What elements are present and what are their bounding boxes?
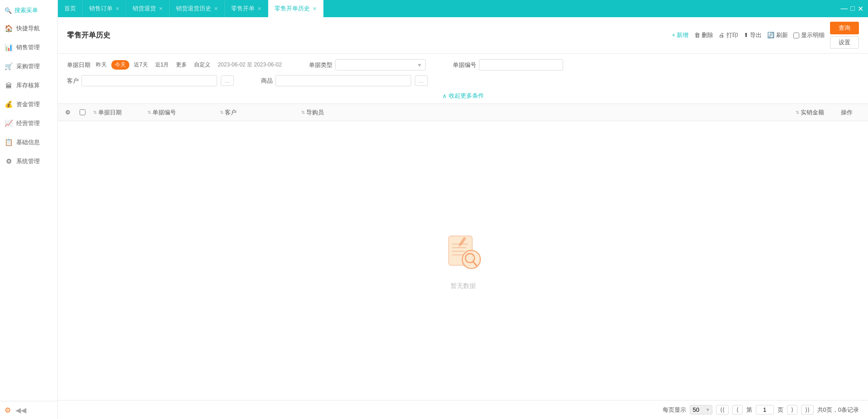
tab-label-sales-return: 销货退货	[133, 5, 156, 13]
tabs-bar: 首页销售订单✕销货退货✕销货退货历史✕零售开单✕零售开单历史✕ — □ ✕	[58, 0, 868, 17]
tab-close-sales-return-history[interactable]: ✕	[214, 6, 218, 12]
per-page-label: 每页显示	[663, 406, 686, 414]
next-page-btn[interactable]: ⟩	[787, 405, 797, 414]
display-detail-checkbox[interactable]	[793, 33, 799, 38]
query-button[interactable]: 查询	[830, 22, 859, 34]
type-label: 单据类型	[309, 61, 332, 69]
date-shortcut-more[interactable]: 更多	[173, 60, 190, 70]
th-num-label: 单据编号	[152, 108, 176, 117]
collapse-sidebar-icon[interactable]: ◀◀	[15, 406, 26, 414]
tab-close-retail-open-history[interactable]: ✕	[313, 6, 317, 12]
sidebar-item-sales-mgmt[interactable]: 📊销售管理	[0, 38, 57, 57]
sidebar-item-system[interactable]: ⚙系统管理	[0, 152, 57, 171]
customer-label: 客户	[67, 77, 79, 85]
th-action-label: 操作	[841, 108, 853, 117]
minimize-btn[interactable]: —	[840, 5, 848, 13]
goods-dots-button[interactable]: ...	[415, 75, 428, 86]
tab-close-retail-open[interactable]: ✕	[257, 6, 261, 12]
tab-label-retail-open-history: 零售开单历史	[275, 5, 310, 13]
num-input[interactable]	[479, 59, 563, 71]
sidebar-icon-finance: 💰	[5, 100, 13, 108]
tab-home[interactable]: 首页	[58, 0, 83, 17]
tab-sales-return[interactable]: 销货退货✕	[126, 0, 170, 17]
customer-input[interactable]	[81, 75, 217, 86]
sidebar-item-inventory[interactable]: 🏛库存核算	[0, 76, 57, 95]
customer-dots-button[interactable]: ...	[221, 75, 234, 86]
settings-bottom-icon[interactable]: ⚙	[5, 406, 11, 414]
page-suffix: 页	[778, 406, 783, 414]
date-range-display: 2023-06-02 至 2023-06-02	[218, 61, 281, 69]
delete-button[interactable]: 🗑 删除	[694, 31, 714, 39]
tab-sales-return-history[interactable]: 销货退货历史✕	[170, 0, 225, 17]
sidebar-nav: 🏠快捷导航📊销售管理🛒采购管理🏛库存核算💰资金管理📈经营管理📋基础信息⚙系统管理	[0, 19, 57, 401]
svg-point-5	[462, 250, 480, 268]
display-detail-label: 显示明细	[801, 31, 825, 39]
tab-retail-open-history[interactable]: 零售开单历史✕	[268, 0, 323, 17]
date-filter: 单据日期 昨天今天近7天近1月更多自定义 2023-06-02 至 2023-0…	[67, 60, 282, 70]
prev-page-btn[interactable]: ⟨	[732, 405, 743, 414]
first-page-btn[interactable]: ⟨⟨	[716, 405, 729, 414]
th-date-label: 单据日期	[98, 108, 122, 117]
close-btn[interactable]: ✕	[858, 5, 863, 13]
tab-sales-order[interactable]: 销售订单✕	[83, 0, 126, 17]
page-input[interactable]	[756, 405, 774, 414]
sidebar-icon-system: ⚙	[5, 157, 13, 165]
filter-row-1: 单据日期 昨天今天近7天近1月更多自定义 2023-06-02 至 2023-0…	[67, 59, 859, 71]
date-shortcut-last7[interactable]: 近7天	[131, 60, 151, 70]
page-title: 零售开单历史	[67, 31, 110, 40]
sort-icon-amount: ⇅	[796, 110, 799, 115]
th-guide-label: 导购员	[306, 108, 324, 117]
sort-icon-num: ⇅	[147, 110, 151, 115]
tab-label-sales-order: 销售订单	[89, 5, 113, 13]
tab-close-sales-return[interactable]: ✕	[159, 6, 163, 12]
collapse-button[interactable]: ∧ 收起更多条件	[67, 91, 859, 100]
th-customer-label: 客户	[225, 108, 237, 117]
sidebar-item-operation[interactable]: 📈经营管理	[0, 114, 57, 133]
collapse-label: 收起更多条件	[449, 92, 484, 100]
th-guide[interactable]: ⇅ 导购员	[298, 108, 352, 117]
page-header: 零售开单历史 + 新增 🗑 删除 🖨 打印 ⬆ 导出 🔄 刷新 显示明细 查询 …	[58, 17, 868, 54]
search-menu[interactable]: 🔍 搜索采单	[0, 0, 57, 19]
empty-illustration	[441, 231, 486, 277]
per-page-select[interactable]: 50 10 20 100	[690, 405, 712, 414]
date-shortcut-today[interactable]: 今天	[111, 60, 129, 70]
th-action: 操作	[837, 108, 864, 117]
tab-retail-open[interactable]: 零售开单✕	[225, 0, 268, 17]
th-config[interactable]: ⚙	[62, 109, 76, 116]
search-icon: 🔍	[5, 7, 12, 14]
th-amount-label: 实销金额	[801, 108, 824, 117]
window-controls: — □ ✕	[840, 5, 868, 13]
date-shortcut-last_month[interactable]: 近1月	[152, 60, 172, 70]
type-select[interactable]	[335, 59, 426, 71]
sidebar-item-finance[interactable]: 💰资金管理	[0, 95, 57, 114]
date-shortcut-custom[interactable]: 自定义	[191, 60, 213, 70]
sidebar-label-operation: 经营管理	[16, 119, 40, 127]
maximize-btn[interactable]: □	[850, 5, 855, 13]
sidebar-label-basic-info: 基础信息	[16, 138, 40, 146]
export-button[interactable]: ⬆ 导出	[744, 31, 762, 39]
sidebar-label-inventory: 库存核算	[16, 81, 40, 89]
sidebar-label-purchase-mgmt: 采购管理	[16, 62, 40, 71]
th-amount[interactable]: ⇅ 实销金额	[792, 108, 837, 117]
th-customer[interactable]: ⇅ 客户	[216, 108, 298, 117]
display-detail-toggle[interactable]: 显示明细	[793, 31, 825, 39]
num-filter: 单据编号	[453, 59, 563, 71]
sidebar-item-purchase-mgmt[interactable]: 🛒采购管理	[0, 57, 57, 76]
date-shortcut-yesterday[interactable]: 昨天	[93, 60, 109, 70]
goods-input[interactable]	[275, 75, 411, 86]
refresh-button[interactable]: 🔄 刷新	[767, 31, 788, 39]
tab-close-sales-order[interactable]: ✕	[115, 6, 119, 12]
sidebar-item-basic-info[interactable]: 📋基础信息	[0, 133, 57, 152]
sort-icon-guide: ⇅	[301, 110, 305, 115]
sidebar-item-quick-nav[interactable]: 🏠快捷导航	[0, 19, 57, 38]
th-date[interactable]: ⇅ 单据日期	[90, 108, 144, 117]
th-num[interactable]: ⇅ 单据编号	[144, 108, 216, 117]
table-area: ⚙ ⇅ 单据日期 ⇅ 单据编号 ⇅ 客户 ⇅ 导购员	[58, 104, 868, 419]
last-page-btn[interactable]: ⟩⟩	[801, 405, 814, 414]
date-shortcuts: 昨天今天近7天近1月更多自定义	[93, 60, 213, 70]
collapse-arrow-icon: ∧	[442, 93, 447, 99]
setting-button[interactable]: 设置	[830, 36, 859, 49]
add-button[interactable]: + 新增	[672, 31, 688, 39]
select-all-checkbox[interactable]	[80, 109, 85, 115]
print-button[interactable]: 🖨 打印	[719, 31, 738, 39]
